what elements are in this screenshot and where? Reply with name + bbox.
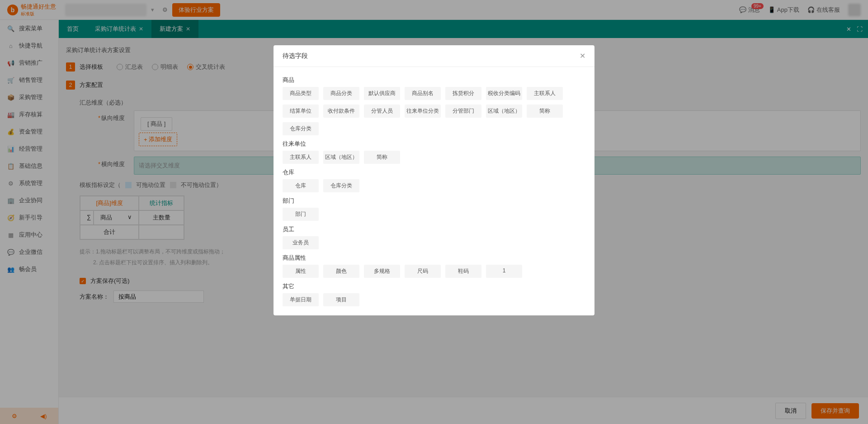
- field-chip[interactable]: 主联系人: [527, 87, 563, 100]
- field-chip[interactable]: 业务员: [283, 236, 319, 249]
- field-chip[interactable]: 拣货积分: [445, 87, 481, 100]
- field-group-title: 仓库: [283, 168, 585, 176]
- field-group-title: 商品属性: [283, 254, 585, 262]
- field-group: 其它单据日期项目: [283, 282, 585, 306]
- field-chip[interactable]: 商品类型: [283, 87, 319, 100]
- field-chip[interactable]: 仓库: [283, 179, 319, 192]
- field-chip[interactable]: 属性: [283, 265, 319, 278]
- field-chip[interactable]: 主联系人: [283, 151, 319, 164]
- field-chip[interactable]: 分管部门: [445, 105, 481, 118]
- field-chip[interactable]: 默认供应商: [364, 87, 400, 100]
- field-chip[interactable]: 尺码: [405, 265, 441, 278]
- field-chip[interactable]: 分管人员: [364, 105, 400, 118]
- field-group-title: 部门: [283, 197, 585, 205]
- field-chip[interactable]: 简称: [364, 151, 400, 164]
- field-picker-modal: 待选字段 ✕ 商品商品类型商品分类默认供应商商品别名拣货积分税收分类编码主联系人…: [274, 45, 594, 315]
- field-group: 仓库仓库仓库分类: [283, 168, 585, 192]
- field-chip[interactable]: 收付款条件: [323, 105, 359, 118]
- field-chip[interactable]: 区域（地区）: [323, 151, 359, 164]
- field-group: 往来单位主联系人区域（地区）简称: [283, 140, 585, 164]
- modal-close-icon[interactable]: ✕: [580, 52, 585, 60]
- field-chip[interactable]: 颜色: [323, 265, 359, 278]
- field-chip[interactable]: 单据日期: [283, 293, 319, 306]
- field-group-title: 往来单位: [283, 140, 585, 148]
- field-chip[interactable]: 项目: [323, 293, 359, 306]
- field-chip[interactable]: 税收分类编码: [486, 87, 522, 100]
- field-chip[interactable]: 部门: [283, 208, 319, 221]
- modal-title: 待选字段: [283, 52, 308, 60]
- field-chip[interactable]: 商品分类: [323, 87, 359, 100]
- field-chip[interactable]: 商品别名: [405, 87, 441, 100]
- field-chip[interactable]: 多规格: [364, 265, 400, 278]
- field-chip[interactable]: 结算单位: [283, 105, 319, 118]
- field-chip[interactable]: 仓库分类: [283, 122, 319, 135]
- field-chip[interactable]: 仓库分类: [323, 179, 359, 192]
- field-chip[interactable]: 鞋码: [445, 265, 481, 278]
- field-group-title: 员工: [283, 225, 585, 233]
- field-group-title: 其它: [283, 282, 585, 291]
- field-group: 员工业务员: [283, 225, 585, 249]
- field-chip[interactable]: 简称: [527, 105, 563, 118]
- field-group: 商品属性属性颜色多规格尺码鞋码1: [283, 254, 585, 278]
- modal-overlay[interactable]: 待选字段 ✕ 商品商品类型商品分类默认供应商商品别名拣货积分税收分类编码主联系人…: [0, 0, 868, 424]
- field-group: 部门部门: [283, 197, 585, 221]
- field-chip[interactable]: 区域（地区）: [486, 105, 522, 118]
- field-group-title: 商品: [283, 76, 585, 84]
- field-group: 商品商品类型商品分类默认供应商商品别名拣货积分税收分类编码主联系人结算单位收付款…: [283, 76, 585, 135]
- field-chip[interactable]: 往来单位分类: [405, 105, 441, 118]
- field-chip[interactable]: 1: [486, 265, 522, 278]
